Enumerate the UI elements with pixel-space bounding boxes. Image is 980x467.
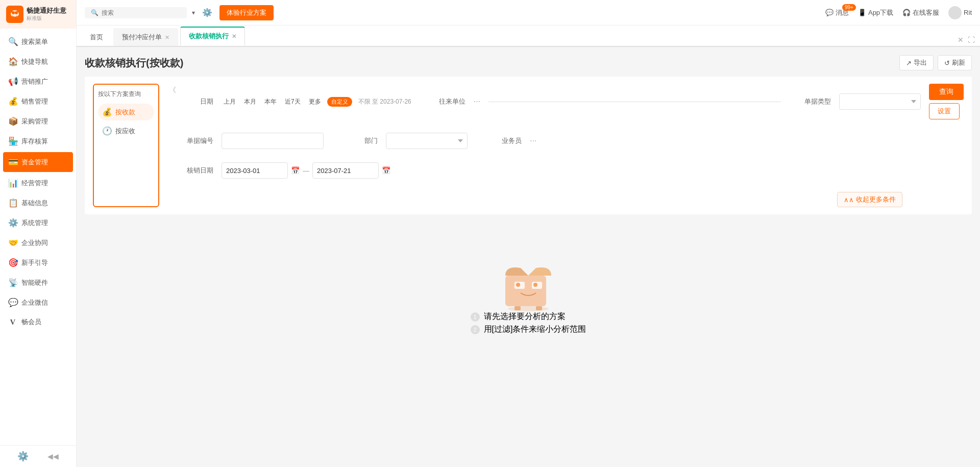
collapse-icon[interactable]: ◀◀ [47,452,59,460]
sidebar-item-basic[interactable]: 📋 基础信息 [0,193,76,213]
svg-point-6 [508,306,549,311]
tab-prepay-close[interactable]: ✕ [165,34,169,41]
empty-hint-1: 1 请先选择要分析的方案 [471,311,586,322]
sidebar-item-fund[interactable]: 💳 资金管理 [3,152,73,172]
step-1-num: 1 [471,312,480,322]
home-icon: 🏠 [8,57,17,66]
tab-home[interactable]: 首页 [82,29,111,46]
export-icon: ↗ [906,59,912,67]
more-conditions-row: ∧∧ 收起更多条件 [178,192,964,207]
docno-label: 单据编号 [178,136,213,145]
setting-button[interactable]: 设置 [929,103,960,119]
date-custom-tag[interactable]: 自定义 [327,97,352,107]
tab-prepay[interactable]: 预付冲应付单 ✕ [113,28,178,46]
date-dash: — [303,167,309,175]
date-this-year[interactable]: 本年 [262,96,279,107]
filter-option-receipt-label: 按收款 [115,108,135,117]
docno-input[interactable] [222,133,324,149]
chevron-up-icon: ∧∧ [844,196,854,204]
tabs-bar: 首页 预付冲应付单 ✕ 收款核销执行 ✕ ✕ ⛶ [77,26,980,47]
export-label: 导出 [914,58,927,67]
sidebar-item-member[interactable]: V 畅会员 [0,312,76,332]
date-this-month[interactable]: 本月 [242,96,258,107]
sidebar-item-purchase[interactable]: 📦 采购管理 [0,111,76,131]
filter-option-receivable[interactable]: 🕐 按应收 [98,122,154,139]
message-button[interactable]: 💬 消息 99+ [825,8,849,17]
filter-row-2: 单据编号 部门 业务员 ··· [178,133,964,149]
more-conditions-button[interactable]: ∧∧ 收起更多条件 [837,192,902,207]
sidebar-item-operation[interactable]: 📊 经营管理 [0,173,76,193]
purchase-icon: 📦 [8,116,17,126]
date-range-text: 不限 至 2023-07-26 [358,97,411,106]
headset-icon: 🎧 [902,9,911,16]
settings-bottom-icon[interactable]: ⚙️ [17,451,29,462]
dept-select[interactable] [386,133,468,149]
solution-button[interactable]: 体验行业方案 [219,5,274,20]
sidebar-item-sales[interactable]: 💰 销售管理 [0,91,76,111]
sidebar-item-hardware[interactable]: 📡 智能硬件 [0,273,76,292]
filter-row-1: 日期 上月 本月 本年 近7天 更多 自定义 不限 至 2023-07-26 往… [178,84,964,119]
filter-sidebar-title: 按以下方案查询 [98,90,154,99]
sidebar-item-wechat[interactable]: 💬 企业微信 [0,292,76,312]
sidebar-item-inventory[interactable]: 🏪 库存核算 [0,131,76,151]
tab-receipts-label: 收款核销执行 [189,32,229,41]
close-all-icon[interactable]: ✕ [958,36,964,44]
logo-title: 畅捷通好生意 [27,7,66,15]
topbar-search-icon: 🔍 [91,9,99,16]
refresh-button[interactable]: ↺ 刷新 [938,55,972,70]
more-conditions-label: 收起更多条件 [856,195,896,204]
sidebar-item-marketing[interactable]: 📢 营销推广 [0,71,76,91]
topbar-search-input[interactable] [102,9,181,16]
wechat-icon: 💬 [8,298,17,307]
topbar-dropdown[interactable]: ▾ [192,9,195,16]
topbar-gear-icon[interactable]: ⚙️ [202,8,212,17]
filter-collapse-btn[interactable]: 《 [167,84,178,207]
topbar-search-box[interactable]: 🔍 [85,7,187,18]
sidebar-item-enterprise[interactable]: 🤝 企业协同 [0,233,76,253]
user-menu[interactable]: Rit [948,6,972,19]
calendar-end-icon[interactable]: 📅 [382,166,390,175]
svg-point-11 [533,283,537,287]
operation-icon: 📊 [8,178,17,188]
tab-receipts-close[interactable]: ✕ [232,33,236,40]
date-more[interactable]: 更多 [307,96,323,107]
page-actions: ↗ 导出 ↺ 刷新 [899,55,972,70]
basic-icon: 📋 [8,198,17,208]
svg-point-10 [516,283,520,287]
export-button[interactable]: ↗ 导出 [899,55,934,70]
svg-rect-7 [505,276,546,306]
tab-receipts[interactable]: 收款核销执行 ✕ [180,27,245,46]
sidebar-label-guide: 新手引导 [21,258,48,267]
receivable-icon: 🕐 [102,126,112,136]
hardware-icon: 📡 [8,278,17,287]
tabs-actions: ✕ ⛶ [958,36,975,46]
sidebar-label-member: 畅会员 [21,317,41,327]
filter-option-receipt[interactable]: 💰 按收款 [98,104,154,120]
sidebar-label-quicknav: 快捷导航 [21,57,48,66]
staff-label: 业务员 [486,136,522,145]
verify-date-start[interactable] [222,162,288,179]
date-last-month[interactable]: 上月 [222,96,238,107]
verify-date-label: 核销日期 [178,166,213,175]
doctype-select[interactable] [839,93,921,110]
sidebar-item-system[interactable]: ⚙️ 系统管理 [0,213,76,233]
expand-icon[interactable]: ⛶ [968,36,975,44]
online-service-button[interactable]: 🎧 在线客服 [902,8,939,17]
logo-subtitle: 标准版 [27,15,66,22]
search-icon: 🔍 [8,37,17,46]
app-download-label: App下载 [868,8,893,17]
empty-hint-2-text: 用[过滤]条件来缩小分析范围 [484,324,586,335]
sidebar-item-guide[interactable]: 🎯 新手引导 [0,253,76,273]
sidebar-item-quicknav[interactable]: 🏠 快捷导航 [0,52,76,71]
svg-point-4 [10,9,13,13]
vendor-dots: ··· [474,97,480,106]
verify-date-end[interactable] [312,162,379,179]
date-7days[interactable]: 近7天 [283,96,303,107]
app-download-button[interactable]: 📱 App下载 [858,8,893,17]
sidebar-item-search[interactable]: 🔍 搜索菜单 [0,32,76,52]
sidebar-bottom: ⚙️ ◀◀ [0,445,76,467]
step-2-num: 2 [471,325,480,334]
query-button[interactable]: 查询 [929,84,964,100]
calendar-start-icon[interactable]: 📅 [291,166,300,175]
message-badge: 99+ [842,4,856,11]
